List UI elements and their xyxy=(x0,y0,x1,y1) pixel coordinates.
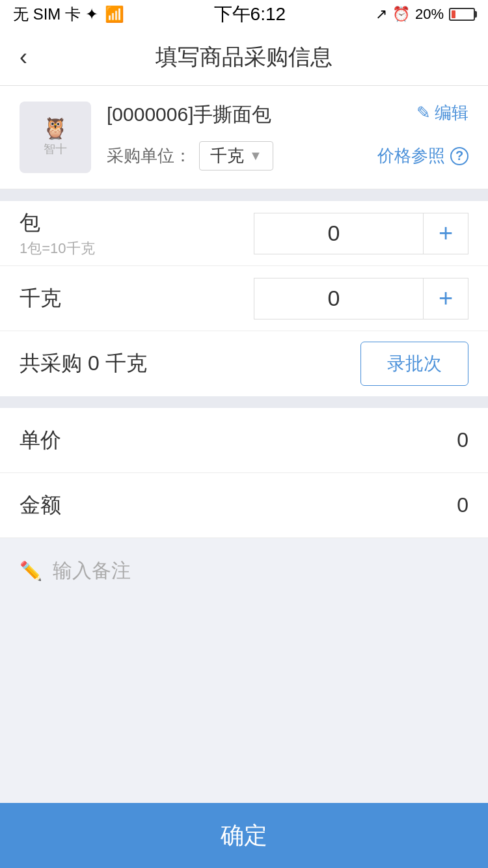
remark-inner: ✏️ 输入备注 xyxy=(20,558,468,584)
remark-placeholder: 输入备注 xyxy=(53,558,131,584)
price-ref-button[interactable]: 价格参照 ? xyxy=(377,144,468,167)
total-value-num: 0 xyxy=(88,351,100,375)
edit-label: 编辑 xyxy=(435,102,468,124)
detail-section: 单价 0 金额 0 xyxy=(0,408,488,538)
battery-icon xyxy=(449,8,475,21)
unit-value: 千克 xyxy=(210,144,244,167)
price-row: 单价 0 xyxy=(0,408,488,473)
unit-select[interactable]: 千克 ▼ xyxy=(199,141,273,170)
kg-label: 千克 xyxy=(20,284,98,313)
kg-input-right: + xyxy=(98,278,468,319)
total-row: 共采购 0 千克 录批次 xyxy=(0,331,488,396)
status-bar: 无 SIM 卡 ✦ 📶 下午6:12 ↗ ⏰ 20% xyxy=(0,0,488,29)
pencil-icon: ✏️ xyxy=(20,560,42,582)
package-plus-button[interactable]: + xyxy=(423,213,468,254)
section-divider-2 xyxy=(0,396,488,408)
confirm-button[interactable]: 确定 xyxy=(0,803,488,868)
dropdown-icon: ▼ xyxy=(249,148,262,163)
amount-label: 金额 xyxy=(20,491,61,520)
status-right: ↗ ⏰ 20% xyxy=(375,6,475,23)
product-thumbnail: 🦉 智十 xyxy=(20,102,91,173)
wifi-icon: 📶 xyxy=(105,5,124,23)
product-logo-text: 智十 xyxy=(44,141,67,157)
package-input-right: + xyxy=(98,213,468,254)
input-section: 包 1包=10千克 + 千克 + xyxy=(0,201,488,331)
back-button[interactable]: ‹ xyxy=(20,37,40,77)
location-icon: ↗ xyxy=(375,6,387,23)
package-input-row: 包 1包=10千克 + xyxy=(0,201,488,266)
sim-status: 无 SIM 卡 ✦ xyxy=(13,4,98,25)
total-label: 共采购 0 千克 xyxy=(20,349,147,378)
kg-label-group: 千克 xyxy=(20,284,98,313)
price-value: 0 xyxy=(457,428,468,452)
product-name: [0000006]手撕面包 xyxy=(107,102,271,128)
unit-row: 采购单位： 千克 ▼ 价格参照 ? xyxy=(107,141,468,170)
package-sub-label: 1包=10千克 xyxy=(20,239,98,258)
package-qty-input[interactable] xyxy=(254,213,423,254)
amount-value: 0 xyxy=(457,493,468,517)
product-info: [0000006]手撕面包 ✎ 编辑 采购单位： 千克 ▼ 价格参照 ? xyxy=(107,102,468,170)
section-divider-1 xyxy=(0,189,488,201)
total-label-text: 共采购 xyxy=(20,351,82,375)
battery-percent: 20% xyxy=(415,6,444,23)
kg-qty-input[interactable] xyxy=(254,278,423,319)
edit-button[interactable]: ✎ 编辑 xyxy=(416,102,468,124)
package-label: 包 xyxy=(20,209,98,237)
package-label-group: 包 1包=10千克 xyxy=(20,209,98,258)
time-display: 下午6:12 xyxy=(214,2,286,27)
kg-plus-button[interactable]: + xyxy=(423,278,468,319)
price-ref-label: 价格参照 xyxy=(377,144,445,167)
product-name-row: [0000006]手撕面包 ✎ 编辑 xyxy=(107,102,468,128)
edit-icon: ✎ xyxy=(416,103,431,123)
status-left: 无 SIM 卡 ✦ 📶 xyxy=(13,4,124,25)
record-batch-button[interactable]: 录批次 xyxy=(360,342,468,386)
alarm-icon: ⏰ xyxy=(392,6,410,23)
kg-input-row: 千克 + xyxy=(0,266,488,331)
info-icon: ? xyxy=(450,147,468,165)
nav-bar: ‹ 填写商品采购信息 xyxy=(0,29,488,86)
remark-section[interactable]: ✏️ 输入备注 xyxy=(0,538,488,655)
unit-label: 采购单位： xyxy=(107,144,191,167)
amount-row: 金额 0 xyxy=(0,473,488,538)
price-label: 单价 xyxy=(20,426,61,455)
page-title: 填写商品采购信息 xyxy=(156,42,332,72)
total-unit-text: 千克 xyxy=(105,351,147,375)
product-card: 🦉 智十 [0000006]手撕面包 ✎ 编辑 采购单位： 千克 ▼ xyxy=(0,86,488,189)
product-logo-icon: 🦉 xyxy=(42,118,68,139)
